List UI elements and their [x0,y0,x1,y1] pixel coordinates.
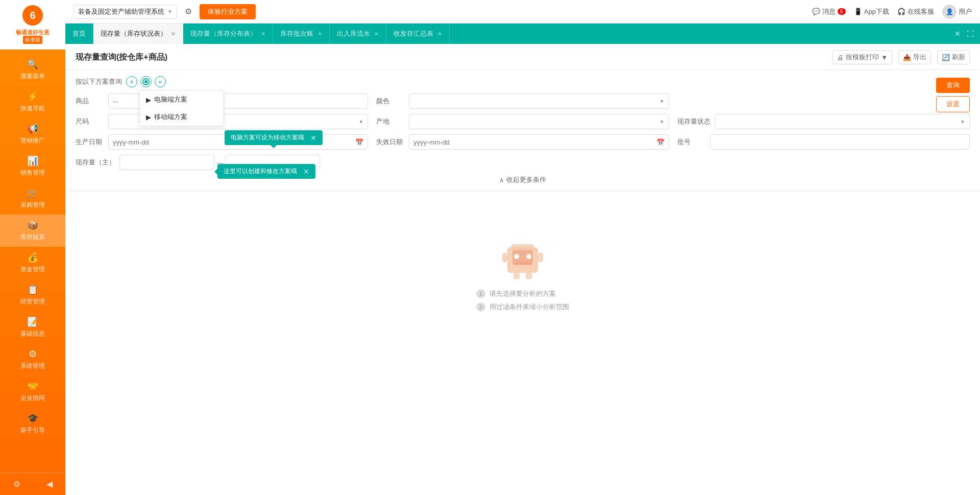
filter-color-label: 颜色 [376,97,405,106]
tab-close-all-btn[interactable]: ✕ [952,28,963,40]
message-btn[interactable]: 💬 消息 6 [812,7,846,16]
filter-batch-input[interactable] [710,134,970,150]
tab-batch-account[interactable]: 库存批次账 ✕ [273,23,330,44]
sidebar-item-quick-nav[interactable]: ⚡ 快速导航 [0,86,65,118]
sidebar-settings-btn[interactable]: ⚙ [9,477,24,491]
sidebar-item-system[interactable]: ⚙ 系统管理 [0,343,65,375]
sidebar-item-label: 销售管理 [20,169,45,177]
svg-rect-4 [514,263,531,264]
page-header: 现存量查询(按仓库+商品) 🖨 按模板打印 ▼ 📤 导出 🔄 刷新 [65,44,980,70]
sidebar-item-basic-info[interactable]: 📝 基础信息 [0,311,65,343]
user-btn[interactable]: 👤 用户 [942,5,972,19]
quick-nav-icon: ⚡ [27,91,38,102]
tabbar: 首页 现存量（库存状况表） ✕ 现存量（库存分布表） ✕ 库存批次账 ✕ 出入库… [65,23,980,44]
topbar-right: 💬 消息 6 📱 App下载 🎧 在线客服 👤 用户 [812,5,972,19]
tab-receipt-summary[interactable]: 收发存汇总表 ✕ [386,23,450,44]
tooltip2-text: 这里可以创建和修改方案哦 [224,167,297,176]
print-icon: 🖨 [837,54,844,61]
tab-batch-account-label: 库存批次账 [280,29,313,38]
system-name: 装备及固定资产辅助管理系统 [78,7,164,16]
sidebar-item-label: 营销推广 [20,136,45,145]
filter-size-label: 尺码 [76,117,104,126]
export-btn[interactable]: 📤 导出 [898,50,931,64]
tooltip1-text: 电脑方案可设为移动方案哦 [231,133,304,142]
industry-button[interactable]: 体验行业方案 [200,4,256,19]
filter-stock-qty-min[interactable] [119,155,214,170]
filter-origin-select[interactable]: ▼ [409,114,669,129]
operations-icon: 📋 [27,284,38,295]
tab-home[interactable]: 首页 [65,23,93,44]
logo-text: 畅通道好生意 [16,29,50,36]
sidebar-item-sales[interactable]: 📊 销售管理 [0,150,65,182]
step-num-2: 2 [476,302,485,312]
calendar-icon-expiry: 📅 [656,138,665,146]
tab-home-label: 首页 [72,29,86,38]
scheme-panel: ▶ 电脑端方案 ▶ 移动端方案 [139,90,224,126]
filter-product-label: 商品 [76,97,104,106]
filter-color-select[interactable]: ▼ [409,93,669,109]
logo-tag: 标准版 [23,36,42,44]
sidebar-item-operations[interactable]: 📋 经营管理 [0,279,65,311]
logo-icon: 6 [22,5,43,26]
filter-stock-status-select[interactable]: ▼ [715,114,970,129]
tooltip2-close[interactable]: ✕ [303,168,309,176]
empty-icon-svg [492,222,553,283]
content-area: 现存量查询(按仓库+商品) 🖨 按模板打印 ▼ 📤 导出 🔄 刷新 [65,44,980,495]
sidebar-item-label: 资金管理 [20,265,45,274]
desktop-scheme-label: 电脑端方案 [154,95,187,104]
sidebar-item-label: 企业协同 [20,394,45,403]
tab-in-out-flow[interactable]: 出入库流水 ✕ [330,23,386,44]
sidebar-item-search-menu[interactable]: 🔍 搜索菜单 [0,54,65,86]
tab-inventory-dist-close[interactable]: ✕ [261,31,265,37]
step-text-2: 用过滤条件来缩小分析范围 [489,302,569,312]
empty-step-1: 1 请先选择要分析的方案 [476,289,569,298]
scheme-item-mobile[interactable]: ▶ 移动端方案 [140,108,223,126]
action-btns-col: 查询 设置 [936,78,970,112]
empty-steps: 1 请先选择要分析的方案 2 用过滤条件来缩小分析范围 [476,289,569,312]
support-btn[interactable]: 🎧 在线客服 [897,7,934,16]
tab-inventory-status[interactable]: 现存量（库存状况表） ✕ [93,23,183,44]
filter-stock-status-arrow: ▼ [960,119,965,125]
logo-area: 6 畅通道好生意 标准版 [0,0,65,50]
tab-receipt-summary-close[interactable]: ✕ [437,31,442,37]
search-button[interactable]: 查询 [936,78,970,93]
print-template-btn[interactable]: 🖨 按模板打印 ▼ [832,50,892,64]
tab-inventory-status-close[interactable]: ✕ [171,31,176,37]
filter-color-arrow: ▼ [659,99,665,104]
refresh-btn[interactable]: 🔄 刷新 [937,50,970,64]
gear-button[interactable]: ⚙ [181,5,195,19]
sidebar-footer: ⚙ ◀ [0,473,65,495]
sidebar-item-finance[interactable]: 💰 资金管理 [0,247,65,279]
svg-rect-8 [513,273,520,279]
system-selector[interactable]: 装备及固定资产辅助管理系统 ▼ [74,5,177,19]
sidebar-item-inventory[interactable]: 📦 库存核算 [0,215,65,247]
sidebar-collapse-btn[interactable]: ◀ [42,477,57,491]
sales-icon: 📊 [27,155,38,167]
filter-collapse-btn[interactable]: ∧ 收起更多条件 [76,175,970,184]
app-download-btn[interactable]: 📱 App下载 [854,7,889,16]
filter-expiry-date-input[interactable]: 📅 [409,134,669,150]
tab-action-btns: ✕ ⛶ [952,28,980,40]
tab-inventory-dist[interactable]: 现存量（库存分布表） ✕ [183,23,273,44]
scheme-item-desktop[interactable]: ▶ 电脑端方案 [140,91,223,108]
sidebar-item-guide[interactable]: 🎓 新手引导 [0,408,65,440]
empty-step-2: 2 用过滤条件来缩小分析范围 [476,302,569,312]
tooltip1-close[interactable]: ✕ [310,134,316,142]
filter-expiry-date-field[interactable] [413,138,656,146]
svg-rect-7 [538,252,543,263]
filter-add-btn[interactable]: + [126,76,137,87]
collapse-label: 收起更多条件 [506,175,546,184]
sidebar-item-marketing[interactable]: 📢 营销推广 [0,118,65,150]
filter-row-3: 生产日期 📅 失效日期 📅 [76,134,970,150]
tab-fullscreen-btn[interactable]: ⛶ [965,28,976,40]
tab-in-out-flow-label: 出入库流水 [337,29,370,38]
sidebar-item-enterprise[interactable]: 🤝 企业协同 [0,375,65,408]
sidebar-item-purchase[interactable]: 🛒 采购管理 [0,182,65,215]
tab-in-out-flow-close[interactable]: ✕ [374,31,379,37]
export-icon: 📤 [903,54,911,61]
reset-button[interactable]: 设置 [936,96,970,112]
sidebar-item-label: 系统管理 [20,362,45,370]
filter-back-btn[interactable]: « [155,76,166,87]
tab-batch-account-close[interactable]: ✕ [317,31,322,37]
support-label: 在线客服 [908,7,934,16]
